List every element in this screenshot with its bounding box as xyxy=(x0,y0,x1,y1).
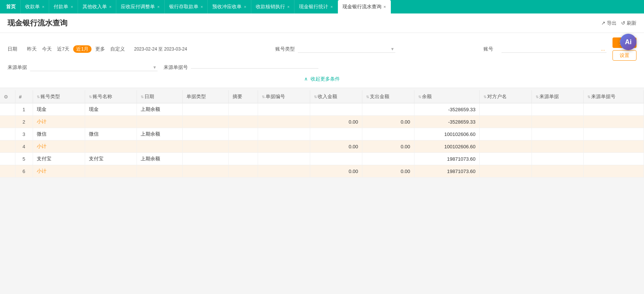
close-icon[interactable]: × xyxy=(384,4,386,9)
account-type-label: 账号类型 xyxy=(275,46,295,52)
date-btn-1month[interactable]: 近1月 xyxy=(73,45,92,53)
td-income xyxy=(310,128,362,140)
td-account-name xyxy=(85,165,137,178)
table-row: 1现金现金上期余额-3528659.33 xyxy=(0,103,644,116)
date-btn-custom[interactable]: 自定义 xyxy=(109,45,126,53)
close-icon[interactable]: × xyxy=(71,4,73,9)
td-balance: 100102606.60 xyxy=(414,140,479,153)
th-account-name[interactable]: ⇅账号名称 xyxy=(85,90,137,103)
td-summary xyxy=(228,128,258,140)
nav-tab-liushui[interactable]: 现金银行流水查询 × xyxy=(338,0,391,13)
td-source-voucher xyxy=(531,116,584,128)
td-account-type: 微信 xyxy=(33,128,85,140)
td-account-type: 支付宝 xyxy=(33,153,85,165)
close-icon[interactable]: × xyxy=(157,4,159,9)
td-expense: 0.00 xyxy=(362,165,414,178)
td-source-no xyxy=(584,103,644,116)
date-btn-7days[interactable]: 近7天 xyxy=(56,45,71,53)
account-filter-group: 账号 ... xyxy=(483,45,606,53)
nav-tab-yushou[interactable]: 预收冲应收单 × xyxy=(208,0,251,13)
td-checkbox xyxy=(0,165,15,178)
td-account-type: 小计 xyxy=(33,165,85,178)
collapse-icon: ∧ xyxy=(304,76,308,82)
th-source-voucher[interactable]: ⇅来源单据 xyxy=(531,90,584,103)
close-icon[interactable]: × xyxy=(42,4,44,9)
td-expense xyxy=(362,153,414,165)
table-container: ⚙ # ⇅账号类型 ⇅账号名称 ⇅日期 单据类型 摘要 ⇅单据编号 ⇅收入金额 … xyxy=(0,90,644,178)
date-btn-yesterday[interactable]: 昨天 xyxy=(26,45,38,53)
date-btn-today[interactable]: 今天 xyxy=(41,45,53,53)
date-btn-more[interactable]: 更多 xyxy=(94,45,107,53)
refresh-button[interactable]: ↺ 刷新 xyxy=(621,20,636,27)
td-rownum: 3 xyxy=(15,128,33,140)
th-date[interactable]: ⇅日期 xyxy=(137,90,183,103)
source-voucher-select[interactable]: ▾ xyxy=(30,64,158,71)
th-account-type[interactable]: ⇅账号类型 xyxy=(33,90,85,103)
account-input-wrapper: ... xyxy=(501,45,606,53)
td-checkbox xyxy=(0,116,15,128)
nav-tab-yinhang[interactable]: 银行存取款单 × xyxy=(165,0,208,13)
account-label: 账号 xyxy=(483,46,498,52)
td-source-no xyxy=(584,165,644,178)
td-source-voucher xyxy=(531,140,584,153)
td-account-type: 现金 xyxy=(33,103,85,116)
top-navigation: 首页 收款单 × 付款单 × 其他收入单 × 应收应付调整单 × 银行存取款单 … xyxy=(0,0,644,13)
nav-tab-fukuandan[interactable]: 付款单 × xyxy=(49,0,78,13)
settings-icon[interactable]: ⚙ xyxy=(4,94,8,100)
td-income: 0.00 xyxy=(310,116,362,128)
th-source-no[interactable]: ⇅来源单据号 xyxy=(584,90,644,103)
export-button[interactable]: ↗ 导出 xyxy=(601,20,617,27)
td-counterparty xyxy=(479,128,531,140)
td-date: 上期余额 xyxy=(137,153,183,165)
th-income[interactable]: ⇅收入金额 xyxy=(310,90,362,103)
td-counterparty xyxy=(479,140,531,153)
th-voucher-no[interactable]: ⇅单据编号 xyxy=(258,90,310,103)
td-date xyxy=(137,165,183,178)
header-actions: ↗ 导出 ↺ 刷新 xyxy=(601,20,636,27)
th-settings: ⚙ xyxy=(0,90,15,103)
collapse-bar[interactable]: ∧ 收起更多条件 xyxy=(8,74,636,85)
td-account-name xyxy=(85,140,137,153)
table-row: 6小计0.000.0019871073.60 xyxy=(0,165,644,178)
th-expense[interactable]: ⇅支出金额 xyxy=(362,90,414,103)
date-range-text: 2023-02-24 至 2023-03-24 xyxy=(134,46,187,52)
date-label: 日期 xyxy=(8,46,23,52)
close-icon[interactable]: × xyxy=(330,4,333,9)
nav-tab-qitasd[interactable]: 其他收入单 × xyxy=(78,0,116,13)
nav-tab-tongji[interactable]: 现金银行统计 × xyxy=(294,0,338,13)
close-icon[interactable]: × xyxy=(201,4,203,9)
td-checkbox xyxy=(0,140,15,153)
td-voucher-type xyxy=(183,128,228,140)
td-voucher-no xyxy=(258,153,310,165)
td-balance: 100102606.60 xyxy=(414,128,479,140)
td-balance: -3528659.33 xyxy=(414,103,479,116)
nav-tab-shoukuandan[interactable]: 收款单 × xyxy=(21,0,49,13)
page-title: 现金银行流水查询 xyxy=(8,18,68,28)
td-voucher-type xyxy=(183,165,228,178)
td-checkbox xyxy=(0,128,15,140)
account-type-select[interactable]: ▾ xyxy=(298,45,395,53)
td-income: 0.00 xyxy=(310,165,362,178)
th-balance[interactable]: ⇅余额 xyxy=(414,90,479,103)
source-voucher-no-input[interactable] xyxy=(191,67,318,69)
td-summary xyxy=(228,103,258,116)
td-summary xyxy=(228,165,258,178)
nav-home[interactable]: 首页 xyxy=(2,0,21,13)
td-counterparty xyxy=(479,153,531,165)
th-counterparty[interactable]: ⇅对方户名 xyxy=(479,90,531,103)
close-icon[interactable]: × xyxy=(109,4,111,9)
close-icon[interactable]: × xyxy=(287,4,290,9)
td-date xyxy=(137,140,183,153)
td-source-no xyxy=(584,128,644,140)
td-voucher-no xyxy=(258,140,310,153)
page-header: 现金银行流水查询 ↗ 导出 ↺ 刷新 xyxy=(0,13,644,33)
account-more-icon[interactable]: ... xyxy=(601,46,605,52)
nav-tab-yingshoutiaozheng[interactable]: 应收应付调整单 × xyxy=(116,0,164,13)
td-date: 上期余额 xyxy=(137,103,183,116)
td-checkbox xyxy=(0,153,15,165)
ai-assistant-button[interactable]: Ai xyxy=(620,34,636,50)
close-icon[interactable]: × xyxy=(244,4,246,9)
td-income xyxy=(310,153,362,165)
settings-button[interactable]: 设置 xyxy=(612,50,636,61)
nav-tab-shoukuanzhixing[interactable]: 收款核销执行 × xyxy=(251,0,294,13)
